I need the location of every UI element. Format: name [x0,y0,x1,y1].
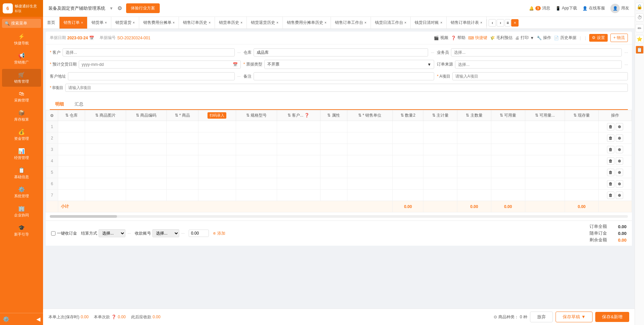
tab-close-sales-slip[interactable]: × [105,21,107,25]
help-link[interactable]: ❓ 帮助 [451,35,465,41]
row-qty2[interactable] [392,121,423,132]
save-draft-arrow[interactable]: ▼ [581,314,585,319]
sidebar-item-purchase[interactable]: 🛍 采购管理 [2,88,41,106]
form-tab-summary[interactable]: 汇总 [69,99,89,109]
tab-sales-expense[interactable]: 销售费用分摊单 × [139,17,179,29]
save-new-button[interactable]: 保存&新增 [595,312,629,322]
row-copy-button[interactable]: ⊕ [616,180,623,188]
row-copy-button[interactable]: ⊕ [616,134,623,142]
delivery-date-text[interactable] [82,62,231,67]
save-draft-button[interactable]: 保存草稿 ▼ [556,312,593,322]
add-button[interactable]: ⊕ 添加 [213,231,225,236]
tab-sales-stats[interactable]: 销售订单统计表 × [447,17,487,29]
th-settings[interactable]: ⚙ [46,110,58,121]
remark-input[interactable] [254,72,434,80]
staff-more-icon[interactable]: ··· [624,50,628,55]
sidebar-item-operation[interactable]: 📊 经营管理 [2,145,41,163]
th-customer[interactable]: ⇅ 客户... ❓ [277,110,320,121]
tab-close-sales-expense[interactable]: × [173,21,175,25]
tab-sales-return[interactable]: 销货退货 × [111,17,139,29]
th-main-qty[interactable]: ⇅ 主数量 [457,110,491,121]
form-tab-detail[interactable]: 明细 [50,99,69,110]
print-link[interactable]: 🖨 打印 ▼ [515,35,534,41]
tab-close-daily-reconcile[interactable]: × [440,21,442,25]
tab-sales-order-history[interactable]: 销售订单历史 × [179,17,215,29]
tab-sales-order[interactable]: 销售订单 × [60,17,87,29]
th-qty2[interactable]: ⇅ 数量2 [392,110,423,121]
warehouse-more-icon[interactable]: ··· [431,50,434,55]
invoice-type-select[interactable]: 不开票 ▼ [264,60,434,69]
row-unit[interactable] [347,121,392,132]
staff-input[interactable] [451,48,622,56]
tab-close-sales-slip-history[interactable]: × [240,21,242,25]
order-source-input[interactable] [455,60,622,69]
tab-close-expense-history[interactable]: × [325,21,327,25]
sidebar-item-enterprise[interactable]: 🏢 企业协同 [2,203,41,220]
tab-close-sales-order-history[interactable]: × [209,21,211,25]
row-delete-button[interactable]: 🗑 [607,157,614,165]
customer-address-input[interactable] [68,72,235,80]
sidebar-item-capital[interactable]: 💰 资金管理 [2,126,41,144]
sidebar-item-system[interactable]: ⚙️ 系统管理 [2,184,41,201]
sidebar-item-basic[interactable]: 📋 基础信息 [2,164,41,182]
tab-order-workbench[interactable]: 销售订单工作台 × [331,17,371,29]
payment-method-select[interactable]: 选择... [99,229,125,237]
row-delete-button[interactable]: 🗑 [607,192,614,199]
profit-link[interactable]: 🌾 毛利预估 [490,35,513,41]
scan-button[interactable]: 扫码录入 [207,112,226,119]
row-delete-button[interactable]: 🗑 [607,146,614,153]
add-goods-button[interactable]: + 物流 [610,34,628,42]
row-warehouse[interactable] [58,121,85,132]
tab-close-daily-workbench[interactable]: × [405,21,407,25]
a-project-input[interactable] [452,72,628,80]
tab-close-sales-order[interactable]: × [81,21,83,25]
th-spec[interactable]: ⇅ 规格型号 [236,110,277,121]
settings-icon[interactable]: ⚙️ [3,316,9,322]
row-delete-button[interactable]: 🗑 [607,169,614,176]
right-panel-edit-btn[interactable]: ✏ [636,24,644,32]
row-delete-button[interactable]: 🗑 [607,134,614,142]
shortcut-link[interactable]: ⌨ 快捷键 [468,35,487,41]
app-download-item[interactable]: 📱 App下载 [556,5,577,11]
right-panel-clipboard-btn[interactable]: 📋 [636,46,644,54]
right-panel-lock-btn[interactable]: 🔒 [636,3,644,11]
row-customer[interactable] [277,121,320,132]
row-spec[interactable] [236,121,277,132]
sidebar-item-quick-nav[interactable]: ⚡ 快捷导航 [2,31,41,48]
view-link[interactable]: 🎬 视频 [434,35,448,41]
th-warehouse[interactable]: ⇅ 仓库 [58,110,85,121]
row-delete-button[interactable]: 🗑 [607,123,614,130]
th-available[interactable]: ⇅ 可用量 [491,110,525,121]
row-copy-button[interactable]: ⊕ [616,123,623,130]
one-key-checkbox-input[interactable] [51,231,55,236]
tab-close-sales-stats[interactable]: × [480,21,482,25]
online-service-item[interactable]: 👤 在线客服 [582,5,605,11]
collapse-icon[interactable]: ◀ [36,316,40,322]
tab-next-button[interactable]: › [497,19,504,27]
settings-button[interactable]: ⚙ 设置 [589,34,607,42]
row-copy-button[interactable]: ⊕ [616,192,623,199]
th-unit[interactable]: ⇅ * 销售单位 [347,110,392,121]
sidebar-item-inventory[interactable]: 📦 库存核算 [2,107,41,125]
row-copy-button[interactable]: ⊕ [616,157,623,165]
amount-input[interactable] [189,230,209,237]
one-key-payment-checkbox[interactable]: 一键收订金 [51,231,77,236]
tab-close-all-button[interactable]: × [511,19,519,27]
th-scan[interactable]: 扫码录入 [198,110,236,121]
tab-prev-button[interactable]: ‹ [489,19,496,27]
tab-expense-history[interactable]: 销售费用分摊单历史 × [283,17,331,29]
date-value[interactable]: 2023-03-24 [67,36,88,40]
notification-item[interactable]: 🔔 9 消息 [529,5,550,11]
customer-more-icon[interactable]: ··· [237,50,241,55]
tab-list-button[interactable]: ≡ [505,19,510,27]
warehouse-input[interactable] [254,48,428,56]
tab-sales-slip[interactable]: 销货单 × [87,17,111,29]
topbar-arrow[interactable]: ▼ [109,6,113,11]
gear-icon[interactable]: ⚙ [117,5,122,11]
tab-daily-reconcile[interactable]: 钱货日清对账 × [411,17,447,29]
discard-button[interactable]: 放弃 [530,312,553,322]
delivery-date-input[interactable]: 📅 [79,60,241,69]
order-source-more-icon[interactable]: ··· [624,62,628,67]
tab-close-sales-return[interactable]: × [133,21,135,25]
tab-sales-return-history[interactable]: 销货退货历史 × [247,17,283,29]
